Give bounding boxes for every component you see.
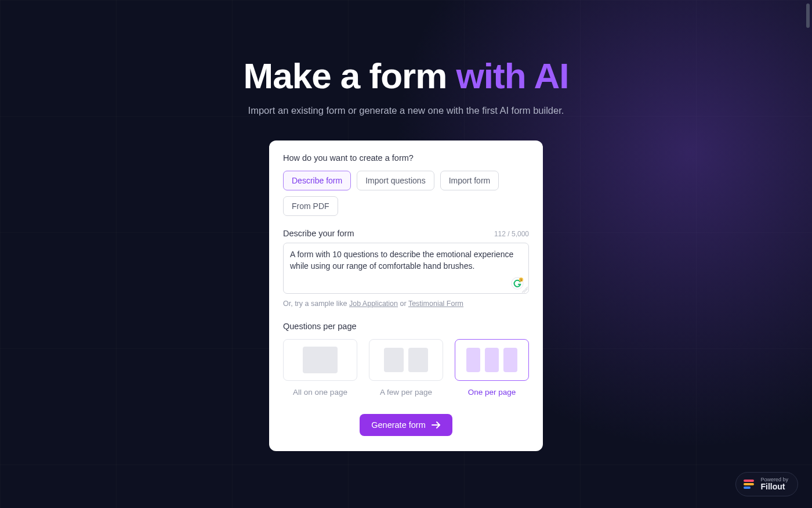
preview-block-icon [485, 348, 499, 372]
svg-rect-4 [744, 480, 754, 482]
sample-link-job-application[interactable]: Job Application [349, 300, 398, 308]
preview-block-icon [303, 347, 338, 373]
tab-describe-form[interactable]: Describe form [283, 171, 351, 190]
svg-rect-5 [744, 483, 754, 485]
option-all-label: All on one page [293, 388, 347, 397]
questions-per-page-options: All on one page A few per page One per p… [283, 339, 529, 397]
sample-prefix: Or, try a sample like [283, 300, 349, 308]
generate-form-button[interactable]: Generate form [360, 414, 452, 436]
option-few-label: A few per page [380, 388, 432, 397]
preview-block-icon [408, 348, 428, 372]
describe-label: Describe your form [283, 229, 354, 238]
tab-import-questions[interactable]: Import questions [357, 171, 434, 190]
grammarly-icon[interactable]: 1 [511, 277, 524, 290]
sample-link-testimonial-form[interactable]: Testimonial Form [408, 300, 463, 308]
form-card: How do you want to create a form? Descri… [269, 140, 543, 451]
page-subtitle: Import an existing form or generate a ne… [248, 105, 564, 116]
powered-by-brand: Fillout [760, 482, 788, 491]
char-counter: 112 / 5,000 [494, 230, 529, 238]
powered-by-badge[interactable]: Powered by Fillout [735, 472, 798, 496]
powered-by-text: Powered by Fillout [760, 477, 788, 491]
describe-textarea-wrap: 1 [283, 243, 529, 294]
tab-from-pdf[interactable]: From PDF [283, 196, 338, 216]
option-one-preview [455, 339, 529, 381]
preview-block-icon [384, 348, 404, 372]
cta-row: Generate form [283, 414, 529, 436]
option-all-on-one-page[interactable]: All on one page [283, 339, 357, 397]
option-few-preview [369, 339, 443, 381]
page: Make a form with AI Import an existing f… [0, 0, 812, 508]
page-title: Make a form with AI [244, 57, 569, 95]
fillout-logo-icon [743, 479, 755, 489]
preview-block-icon [503, 348, 517, 372]
option-all-preview [283, 339, 357, 381]
questions-per-page-label: Questions per page [283, 322, 529, 331]
describe-textarea[interactable] [284, 243, 528, 293]
generate-form-label: Generate form [371, 420, 426, 430]
describe-header-row: Describe your form 112 / 5,000 [283, 229, 529, 238]
option-one-label: One per page [468, 388, 516, 397]
svg-text:1: 1 [520, 278, 522, 282]
creation-method-tabs: Describe form Import questions Import fo… [283, 171, 529, 216]
option-few-per-page[interactable]: A few per page [369, 339, 443, 397]
option-one-per-page[interactable]: One per page [455, 339, 529, 397]
creation-method-label: How do you want to create a form? [283, 153, 529, 163]
svg-rect-6 [744, 487, 751, 489]
sample-hint: Or, try a sample like Job Application or… [283, 300, 529, 308]
arrow-right-icon [432, 421, 441, 429]
preview-block-icon [466, 348, 480, 372]
sample-sep: or [398, 300, 408, 308]
title-accent: with AI [456, 56, 569, 96]
title-plain: Make a form [244, 56, 456, 96]
tab-import-form[interactable]: Import form [440, 171, 499, 190]
